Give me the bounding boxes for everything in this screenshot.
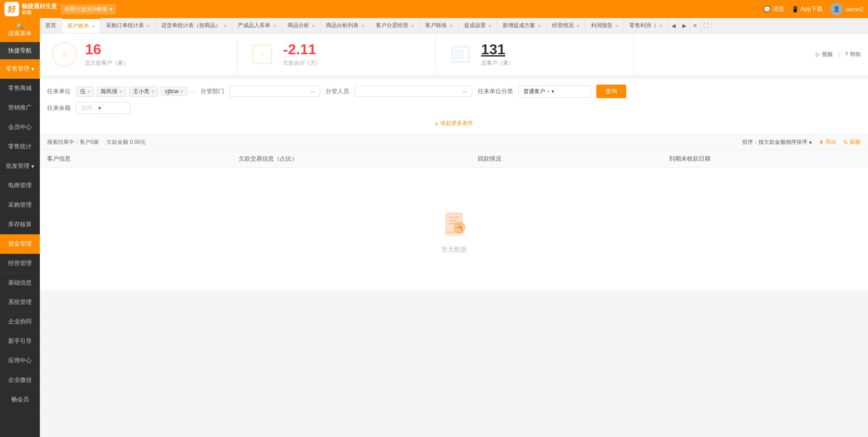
tab-new-commission[interactable]: 新增提成方案 ×	[497, 18, 547, 33]
sidebar-item-basic-info[interactable]: 基础信息	[0, 273, 40, 293]
filter-tag-category: 普通客户 ×	[523, 88, 550, 95]
svg-rect-11	[449, 217, 460, 218]
chevron-down-icon-cat: ▾	[551, 88, 554, 95]
close-tab-6[interactable]: ×	[361, 23, 364, 28]
svg-rect-5	[455, 50, 458, 53]
sidebar-item-retail-stats[interactable]: 零售统计	[0, 137, 40, 157]
tab-business-situation[interactable]: 经营情况 ×	[547, 18, 585, 33]
table-col-due-date: 到期未收款日期	[669, 155, 861, 163]
tab-commission-settings[interactable]: 提成设置 ×	[459, 18, 497, 33]
close-tab-5[interactable]: ×	[312, 23, 315, 28]
tab-goods-receipt-stats[interactable]: 进货单统计表（按商品） ×	[156, 18, 232, 33]
sidebar-item-inventory[interactable]: 库存核算	[0, 215, 40, 234]
close-tab-12[interactable]: ×	[615, 23, 618, 28]
sidebar-search[interactable]: 🔍 搜索菜单	[0, 18, 40, 42]
close-tab-customer-ledger[interactable]: ×	[92, 24, 95, 29]
svg-rect-4	[452, 47, 469, 62]
close-tab-13[interactable]: ×	[659, 23, 662, 28]
filter-dept-select[interactable]: ···	[230, 86, 320, 97]
stats-row: ¥ 16 总欠款客户（家） +	[40, 33, 868, 76]
collapse-btn[interactable]: ∧ 收起更多条件	[47, 118, 861, 129]
tab-close-all[interactable]: ✕	[690, 18, 701, 33]
search-summary-right: 排序：按欠款金额倒序排序 ▾ ⬆ 导出 ↻ 刷新	[742, 138, 861, 146]
sidebar-item-capital-mgmt[interactable]: 资金管理	[0, 234, 40, 254]
close-tab-7[interactable]: ×	[411, 23, 414, 28]
stat-label-debt: 欠款合计（万）	[283, 59, 321, 67]
app-download-btn[interactable]: 📱 App下载	[791, 5, 823, 13]
enterprise-select[interactable]: 母婴行业演示帐套 ▾	[61, 4, 116, 14]
filter-more-tags[interactable]: ···	[190, 88, 195, 95]
tab-expand[interactable]: ⛶	[701, 18, 712, 33]
sidebar-item-business-mgmt[interactable]: 经营管理	[0, 254, 40, 273]
close-tab-3[interactable]: ×	[224, 23, 226, 28]
avatar: 👤	[830, 3, 843, 15]
remove-category[interactable]: ×	[547, 89, 550, 94]
sidebar-item-ecommerce-mgmt[interactable]: 电商管理	[0, 176, 40, 195]
sidebar-item-chang-member[interactable]: 畅会员	[0, 390, 40, 409]
tab-customer-ledger[interactable]: 客户账本 ×	[62, 18, 101, 33]
sidebar: 🔍 搜索菜单 快捷导航 零售管理 ▾ 零售商城 营销推广 会员中心 零售统计 批…	[0, 18, 40, 437]
messages-btn[interactable]: 💬 消息	[763, 5, 784, 13]
sidebar-item-retail-mgmt[interactable]: 零售管理 ▾	[0, 59, 40, 79]
tab-customer-contact[interactable]: 客户联络 ×	[420, 18, 458, 33]
close-tab-9[interactable]: ×	[489, 23, 491, 28]
sidebar-item-new-guide[interactable]: 新手引导	[0, 332, 40, 351]
remove-tag-wu[interactable]: ×	[87, 89, 90, 94]
data-table: 客户信息 欠款交易信息（占比） 回款情况 到期未收款日期	[40, 150, 868, 290]
filter-category-select[interactable]: 普通客户 × ▾	[518, 86, 591, 98]
tab-nav-next[interactable]: ▶	[679, 18, 690, 33]
refresh-btn[interactable]: ↻ 刷新	[844, 138, 861, 146]
close-tab-10[interactable]: ×	[538, 23, 541, 28]
sidebar-item-enterprise-collab[interactable]: 企业协同	[0, 312, 40, 332]
filter-person-select[interactable]: ···	[355, 86, 472, 97]
search-icon: 🔍	[16, 23, 24, 29]
tab-purchase-order-stats[interactable]: 采购订单统计表 ×	[101, 18, 155, 33]
export-icon: ⬆	[819, 139, 824, 146]
sidebar-item-marketing[interactable]: 营销推广	[0, 98, 40, 118]
stat-card-debt: + -2.11 欠款合计（万）	[238, 33, 435, 75]
svg-rect-8	[460, 55, 463, 58]
tab-home[interactable]: 首页	[40, 18, 62, 33]
remove-tag-chen[interactable]: ×	[119, 89, 122, 94]
filter-label-unit: 往来单位	[47, 87, 71, 95]
tab-product-analysis[interactable]: 商品分析 ×	[282, 18, 321, 33]
tab-nav-prev[interactable]: ◀	[668, 18, 679, 33]
tab-product-analysis-list[interactable]: 商品分析列表 ×	[321, 18, 370, 33]
close-tab-8[interactable]: ×	[450, 23, 452, 28]
sort-select[interactable]: 排序：按欠款金额倒序排序 ▾	[742, 138, 812, 146]
tab-finished-goods[interactable]: 产成品入库单 ×	[232, 18, 282, 33]
sidebar-item-enterprise-wechat[interactable]: 企业微信	[0, 370, 40, 390]
svg-rect-12	[449, 220, 457, 221]
sidebar-item-purchase-mgmt[interactable]: 采购管理	[0, 195, 40, 215]
remove-tag-cjttcw[interactable]: ×	[180, 89, 183, 94]
tab-customer-layer[interactable]: 客户分层经营 ×	[370, 18, 420, 33]
export-btn[interactable]: ⬆ 导出	[819, 138, 836, 146]
sort-label: 排序：按欠款金额倒序排序	[742, 138, 807, 146]
filter-balance-select[interactable]: 选择... ▾	[76, 102, 130, 114]
query-button[interactable]: 查询	[596, 85, 626, 98]
filter-row-2: 往来余额 选择... ▾	[47, 102, 861, 114]
close-tab-2[interactable]: ×	[147, 23, 149, 28]
chevron-down-icon-bal: ▾	[98, 105, 101, 111]
filter-tag-cjttcw: cjttcw ×	[161, 87, 187, 96]
top-bar-right: 💬 消息 📱 App下载 👤 demo2	[763, 3, 863, 15]
tab-profit-report[interactable]: 利润报告 ×	[585, 18, 624, 33]
sidebar-item-member-center[interactable]: 会员中心	[0, 118, 40, 137]
tab-retail-profit[interactable]: 零售利润（ ×	[624, 18, 668, 33]
app-subtitle: 标版	[22, 10, 57, 15]
help-btn[interactable]: ? 帮助	[845, 51, 861, 58]
page-content: ¥ 16 总欠款客户（家） +	[40, 33, 868, 437]
chevron-down-icon-person: ···	[463, 88, 467, 95]
user-profile[interactable]: 👤 demo2	[830, 3, 863, 15]
sidebar-item-app-center[interactable]: 应用中心	[0, 351, 40, 370]
customers-icon: ¥	[51, 41, 78, 68]
sidebar-item-wholesale-mgmt[interactable]: 批发管理 ▾	[0, 157, 40, 176]
sidebar-item-system-mgmt[interactable]: 系统管理	[0, 293, 40, 312]
close-tab-4[interactable]: ×	[273, 23, 276, 28]
filter-label-person: 分管人员	[326, 87, 349, 95]
sidebar-quick-nav[interactable]: 快捷导航	[0, 42, 40, 59]
sidebar-item-retail-mall[interactable]: 零售商城	[0, 79, 40, 98]
remove-tag-wang[interactable]: ×	[151, 89, 154, 94]
close-tab-11[interactable]: ×	[576, 23, 579, 28]
video-btn[interactable]: ▷ 视频	[816, 51, 833, 58]
